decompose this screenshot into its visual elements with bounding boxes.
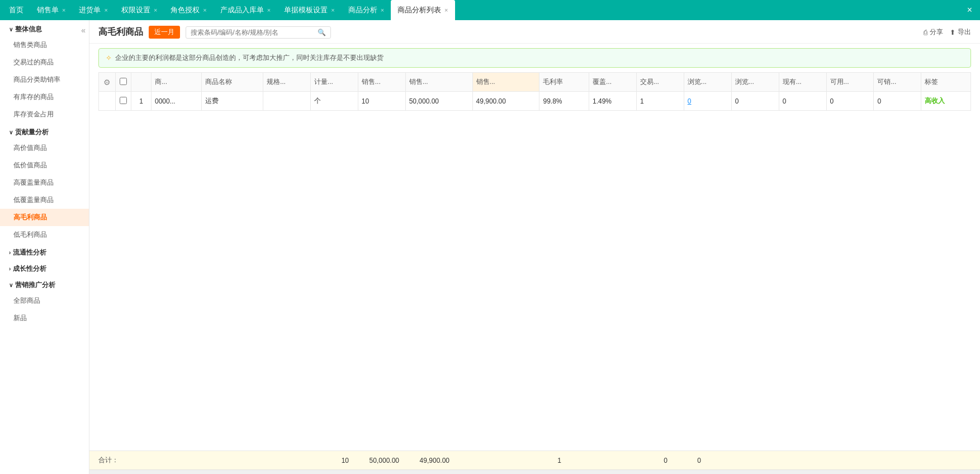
cell-index: 1 [131, 92, 152, 111]
footer-label: 合计： [98, 456, 119, 465]
sidebar-item-all-goods[interactable]: 全部商品 [0, 292, 89, 309]
col-current-stock-header: 现有... [779, 73, 826, 92]
horizontal-scrollbar[interactable] [89, 470, 980, 474]
table-container[interactable]: ⚙ 商... 商品名称 规格... [89, 72, 980, 450]
close-tab-purchase[interactable]: × [104, 7, 107, 13]
sidebar-item-low-value[interactable]: 低价值商品 [0, 157, 89, 174]
data-table: ⚙ 商... 商品名称 规格... [98, 72, 971, 111]
col-coverage-header: 覆盖... [589, 73, 636, 92]
export-icon: ⬆ [950, 29, 955, 36]
cell-gross-margin: 99.8% [539, 92, 589, 111]
main-layout: « ∨ 整体信息 销售类商品 交易过的商品 商品分类助销率 有库存的商品 库存资… [0, 20, 980, 474]
cell-sales-cost: 49,900.00 [472, 92, 539, 111]
cell-spec [263, 92, 310, 111]
search-icon[interactable]: 🔍 [318, 29, 326, 36]
col-unit-header: 计量... [310, 73, 358, 92]
group-arrow-overview: ∨ [9, 26, 13, 32]
tab-purchase[interactable]: 进货单 × [72, 0, 114, 20]
sidebar-item-category-rate[interactable]: 商品分类助销率 [0, 71, 89, 88]
sidebar-group-marketing[interactable]: ∨ 营销推广分析 [0, 276, 89, 292]
sidebar-item-high-coverage[interactable]: 高覆盖量商品 [0, 174, 89, 191]
sidebar-item-high-value[interactable]: 高价值商品 [0, 139, 89, 157]
search-bar: 🔍 [186, 26, 331, 39]
col-name-header: 商品名称 [201, 73, 263, 92]
sidebar-group-liquidity[interactable]: › 流通性分析 [0, 243, 89, 260]
select-all-checkbox[interactable] [120, 78, 127, 85]
group-arrow-growth: › [9, 266, 11, 272]
footer-cell-sales-qty-val: 10 [320, 457, 353, 464]
cell-available: 0 [826, 92, 874, 111]
col-checkbox-header[interactable] [116, 73, 131, 92]
search-input[interactable] [191, 29, 314, 36]
col-saleable-header: 可销... [874, 73, 921, 92]
sidebar-item-high-margin[interactable]: 高毛利商品 [0, 209, 89, 226]
sidebar-group-overview[interactable]: ∨ 整体信息 [0, 20, 89, 36]
sidebar-item-traded-goods[interactable]: 交易过的商品 [0, 54, 89, 71]
export-button[interactable]: ⬆ 导出 [950, 27, 971, 37]
footer-cell-sales-amount-val: 50,000.00 [353, 457, 404, 464]
col-browse1-header: 浏览... [684, 73, 731, 92]
content-header: 高毛利商品 近一月 🔍 ⎙ 分享 ⬆ 导出 [89, 20, 980, 44]
close-tab-role[interactable]: × [203, 7, 206, 13]
cell-name: 运费 [201, 92, 263, 111]
cell-sales-amount: 50,000.00 [405, 92, 472, 111]
period-month-button[interactable]: 近一月 [149, 26, 180, 39]
close-tab-analysis-list[interactable]: × [444, 7, 448, 13]
sidebar-item-in-stock[interactable]: 有库存的商品 [0, 88, 89, 106]
cell-tag: 高收入 [921, 92, 971, 111]
tab-home[interactable]: 首页 [2, 0, 30, 20]
footer-cell-sales-cost-val: 49,900.00 [404, 457, 454, 464]
content-area: 高毛利商品 近一月 🔍 ⎙ 分享 ⬆ 导出 ✧ 企业的主要的利润都是这部分商品创… [89, 20, 980, 474]
sidebar-group-growth[interactable]: › 成长性分析 [0, 260, 89, 276]
close-tab-sales[interactable]: × [62, 7, 65, 13]
share-button[interactable]: ⎙ 分享 [924, 27, 943, 37]
sidebar-group-contribution[interactable]: ∨ 贡献量分析 [0, 123, 89, 139]
header-actions: ⎙ 分享 ⬆ 导出 [924, 27, 971, 37]
sidebar-item-new-goods[interactable]: 新品 [0, 309, 89, 327]
footer-cell-trade-val: 1 [532, 457, 566, 464]
col-spec-header: 规格... [263, 73, 310, 92]
col-gross-margin-header: 毛利率 [539, 73, 589, 92]
group-arrow-marketing: ∨ [9, 282, 13, 288]
page-title: 高毛利商品 [98, 26, 143, 38]
cell-settings [99, 92, 116, 111]
info-banner: ✧ 企业的主要的利润都是这部分商品创造的，可考虑加大推广，同时关注库存是不要出现… [98, 48, 971, 68]
settings-icon[interactable]: ⚙ [103, 78, 111, 87]
share-icon: ⎙ [924, 29, 927, 36]
col-code-header: 商... [152, 73, 202, 92]
tab-product-storage[interactable]: 产成品入库单 × [214, 0, 277, 20]
window-close-button[interactable]: × [962, 5, 978, 15]
col-index-header [131, 73, 152, 92]
tab-analysis[interactable]: 商品分析 × [342, 0, 391, 20]
close-tab-template[interactable]: × [331, 7, 334, 13]
cell-current-stock: 0 [779, 92, 826, 111]
tab-template[interactable]: 单据模板设置 × [277, 0, 341, 20]
tab-permission[interactable]: 权限设置 × [115, 0, 164, 20]
col-sales-qty-header: 销售... [358, 73, 405, 92]
col-sales-cost-header: 销售... [472, 73, 539, 92]
close-tab-product-storage[interactable]: × [267, 7, 271, 13]
footer-cell-available-val: 0 [672, 457, 706, 464]
cell-browse2: 0 [731, 92, 779, 111]
cell-checkbox[interactable] [116, 92, 131, 111]
sidebar-item-stock-capital[interactable]: 库存资金占用 [0, 106, 89, 123]
close-tab-analysis[interactable]: × [381, 7, 384, 13]
col-browse2-header: 浏览... [731, 73, 779, 92]
table-row: 1 0000... 运费 个 [99, 92, 971, 111]
sidebar-item-sales-goods[interactable]: 销售类商品 [0, 36, 89, 54]
cell-browse1[interactable]: 0 [684, 92, 731, 111]
tab-sales[interactable]: 销售单 × [30, 0, 72, 20]
cell-trade: 1 [636, 92, 684, 111]
cell-unit: 个 [310, 92, 358, 111]
col-settings[interactable]: ⚙ [99, 73, 116, 92]
footer-cell-spacer1 [454, 457, 532, 464]
tab-analysis-list[interactable]: 商品分析列表 × [391, 0, 455, 20]
row-checkbox[interactable] [120, 97, 127, 104]
tab-role[interactable]: 角色授权 × [164, 0, 213, 20]
footer-cell-spacer2 [566, 457, 638, 464]
sidebar-item-low-margin[interactable]: 低毛利商品 [0, 226, 89, 243]
sidebar-item-low-coverage[interactable]: 低覆盖量商品 [0, 191, 89, 209]
sidebar-collapse-button[interactable]: « [81, 26, 86, 35]
cell-saleable: 0 [874, 92, 921, 111]
close-tab-permission[interactable]: × [154, 7, 157, 13]
